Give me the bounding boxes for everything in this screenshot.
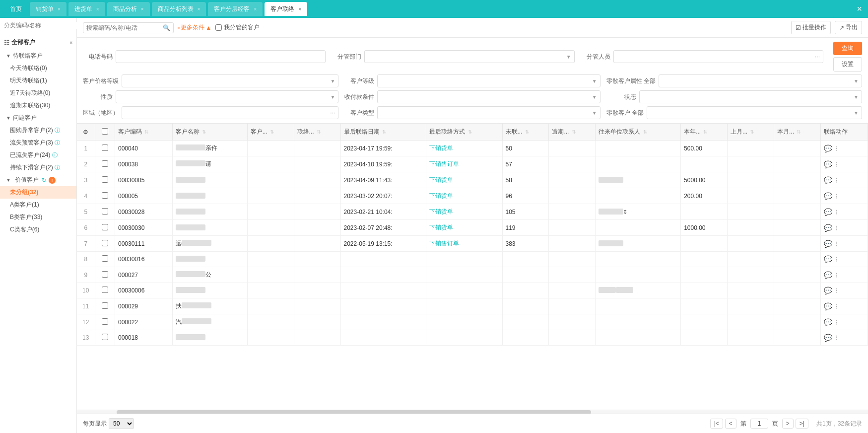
status-select[interactable]: ▼ — [639, 90, 862, 103]
retail-attr-select[interactable]: ▼ — [659, 74, 862, 87]
sidebar-search-input[interactable] — [4, 22, 78, 29]
tab-sales-close[interactable]: × — [58, 6, 61, 12]
contact-method-link[interactable]: 下销货单 — [429, 192, 453, 199]
filter-more-conditions[interactable]: ▫ 更多条件 ▲ — [178, 23, 211, 32]
nature-select[interactable]: ▼ — [116, 90, 338, 103]
contact-method-link[interactable]: 下销货单 — [429, 208, 453, 215]
sidebar-item-hoarding-abnormal[interactable]: 囤购异常客户(2) ⓘ — [0, 124, 76, 137]
value-refresh-icon[interactable]: ↻ — [42, 177, 47, 184]
sidebar-section-value[interactable]: ▼ 价值客户 ↻ ! — [0, 174, 76, 186]
per-page-select[interactable]: 50 20 100 — [109, 418, 134, 429]
message-action-icon[interactable]: 💬 — [824, 287, 832, 294]
tab-customer-contact-close[interactable]: × — [298, 6, 301, 12]
contact-method-link[interactable]: 下销货单 — [429, 144, 453, 151]
message-action-icon[interactable]: 💬 — [824, 302, 832, 310]
message-action-icon[interactable]: 💬 — [824, 144, 832, 152]
price-level-select[interactable]: ▼ — [122, 74, 338, 87]
filter-search-icon[interactable]: 🔍 — [163, 24, 170, 31]
tab-product-analysis-list[interactable]: 商品分析列表 × — [152, 2, 206, 16]
sidebar-section-problem[interactable]: ▼ 问题客户 — [0, 112, 76, 124]
grid-action-icon[interactable]: ⁝ — [835, 192, 837, 200]
message-action-icon[interactable]: 💬 — [824, 192, 832, 200]
row-checkbox[interactable] — [102, 302, 108, 309]
sidebar-all-customers[interactable]: ☷ 全部客户 « — [0, 35, 76, 50]
my-customers-checkbox[interactable] — [215, 24, 222, 31]
sidebar-item-churned[interactable]: 已流失客户(24) ⓘ — [0, 149, 76, 161]
export-button[interactable]: ↗ 导出 — [835, 21, 862, 34]
next-page-button[interactable]: > — [782, 419, 794, 429]
grid-action-icon[interactable]: ⁝ — [835, 176, 837, 184]
grid-action-icon[interactable]: ⁝ — [835, 255, 837, 263]
customer-type-select[interactable]: ▼ — [377, 106, 600, 119]
message-action-icon[interactable]: 💬 — [824, 224, 832, 232]
contact-method-link[interactable]: 下销货单 — [429, 176, 453, 183]
tab-customer-contact[interactable]: 客户联络 × — [265, 2, 307, 16]
reset-button[interactable]: 设置 — [833, 57, 862, 72]
filter-my-customers[interactable]: 我分管的客户 — [215, 23, 260, 32]
th-checkbox[interactable] — [95, 124, 115, 141]
grid-action-icon[interactable]: ⁝ — [835, 208, 837, 216]
row-checkbox[interactable] — [102, 224, 108, 230]
department-select[interactable]: ▼ — [364, 50, 574, 63]
query-button[interactable]: 查询 — [833, 42, 862, 55]
nav-global-close[interactable]: × — [855, 4, 864, 14]
tab-customer-segment-close[interactable]: × — [254, 6, 257, 12]
grid-action-icon[interactable]: ⁝ — [835, 144, 837, 152]
sidebar-item-today-pending[interactable]: 今天待联络(0) — [0, 62, 76, 74]
first-page-button[interactable]: |< — [710, 419, 723, 429]
message-action-icon[interactable]: 💬 — [824, 208, 832, 216]
select-all-checkbox[interactable] — [102, 128, 108, 135]
row-checkbox[interactable] — [102, 176, 108, 183]
tab-product-analysis[interactable]: 商品分析 × — [107, 2, 150, 16]
tab-product-analysis-list-close[interactable]: × — [198, 6, 200, 12]
tab-purchase[interactable]: 进货单 × — [68, 2, 105, 16]
grid-action-icon[interactable]: ⁝ — [835, 334, 837, 342]
phone-input[interactable] — [116, 50, 326, 63]
row-checkbox[interactable] — [102, 334, 108, 340]
sidebar-item-overdue-pending[interactable]: 逾期未联络(30) — [0, 99, 76, 112]
row-checkbox[interactable] — [102, 318, 108, 325]
payment-select[interactable]: ▼ — [377, 90, 600, 103]
sidebar-item-declining[interactable]: 持续下滑客户(2) ⓘ — [0, 161, 76, 174]
horizontal-scrollbar[interactable] — [77, 410, 868, 414]
message-action-icon[interactable]: 💬 — [824, 176, 832, 184]
tab-customer-segment[interactable]: 客户分层经客 × — [208, 2, 263, 16]
page-number-input[interactable] — [750, 419, 768, 429]
th-settings[interactable]: ⚙ — [77, 124, 95, 141]
message-action-icon[interactable]: 💬 — [824, 334, 832, 342]
prev-page-button[interactable]: < — [725, 419, 736, 429]
tab-product-analysis-close[interactable]: × — [141, 6, 144, 12]
contact-method-link[interactable]: 下销货单 — [429, 224, 453, 231]
message-action-icon[interactable]: 💬 — [824, 255, 832, 263]
batch-operation-button[interactable]: ☑ 批量操作 — [791, 21, 831, 34]
row-checkbox[interactable] — [102, 287, 108, 293]
sidebar-item-ungrouped[interactable]: 未分组(32) — [0, 186, 76, 199]
contact-method-link[interactable]: 下销售订单 — [429, 160, 459, 167]
tab-home[interactable]: 首页 — [4, 2, 28, 16]
row-checkbox[interactable] — [102, 255, 108, 262]
row-checkbox[interactable] — [102, 208, 108, 215]
grid-action-icon[interactable]: ⁝ — [835, 271, 837, 279]
retail-customer-select[interactable]: ▼ — [647, 106, 862, 119]
sidebar-section-pending[interactable]: ▼ 待联络客户 — [0, 50, 76, 62]
grid-action-icon[interactable]: ⁝ — [835, 160, 837, 168]
sidebar-item-week-pending[interactable]: 近7天待联络(0) — [0, 87, 76, 99]
manager-select[interactable]: ··· — [613, 50, 823, 63]
customer-level-select[interactable]: ▼ — [377, 74, 600, 87]
sidebar-item-a-class[interactable]: A类客户(1) — [0, 199, 76, 211]
row-checkbox[interactable] — [102, 160, 108, 167]
region-more-icon[interactable]: ··· — [330, 109, 335, 116]
message-action-icon[interactable]: 💬 — [824, 318, 832, 326]
message-action-icon[interactable]: 💬 — [824, 160, 832, 168]
sidebar-item-tomorrow-pending[interactable]: 明天待联络(1) — [0, 74, 76, 87]
sidebar-item-b-class[interactable]: B类客户(33) — [0, 211, 76, 223]
row-checkbox[interactable] — [102, 271, 108, 278]
sidebar-item-churn-warning[interactable]: 流失预警客户(3) ⓘ — [0, 137, 76, 149]
grid-action-icon[interactable]: ⁝ — [835, 224, 837, 232]
sidebar-item-c-class[interactable]: C类客户(6) — [0, 223, 76, 236]
row-checkbox[interactable] — [102, 192, 108, 199]
grid-action-icon[interactable]: ⁝ — [835, 302, 837, 310]
row-checkbox[interactable] — [102, 240, 108, 246]
region-select[interactable]: ··· — [122, 106, 338, 119]
row-checkbox[interactable] — [102, 144, 108, 151]
